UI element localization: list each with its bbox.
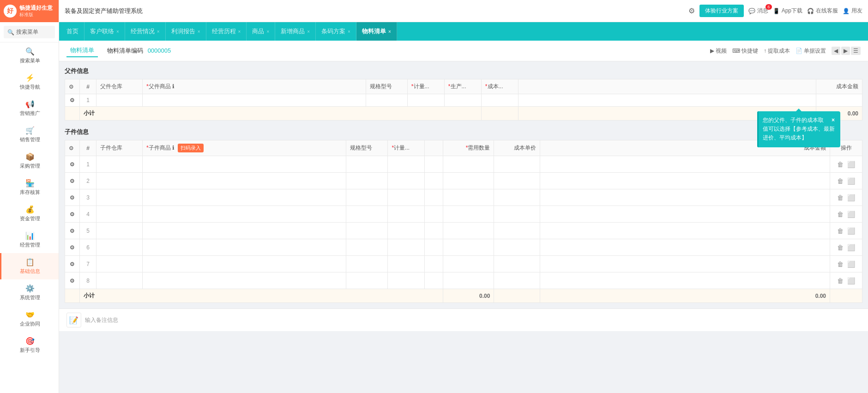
parent-row-1-spec[interactable]	[366, 94, 407, 107]
child-row-5-unit-cost[interactable]	[494, 223, 540, 239]
sidebar-item-purchase[interactable]: 📦采购管理	[0, 148, 59, 174]
parent-row-1-production[interactable]	[444, 94, 481, 107]
settings-icon[interactable]: ⚙	[688, 6, 695, 15]
prev-arrow[interactable]: ◀	[832, 47, 840, 55]
tab-profit[interactable]: 利润报告 ×	[166, 22, 206, 41]
child-row-8-unit[interactable]	[388, 272, 425, 289]
tab-close-operations[interactable]: ×	[157, 29, 160, 34]
sidebar-item-inventory[interactable]: 🏪库存核算	[0, 174, 59, 200]
child-row-7-copy-button[interactable]: ⬜	[846, 260, 856, 269]
child-row-7-qty[interactable]	[443, 256, 494, 272]
child-row-2-unit-cost[interactable]	[494, 173, 540, 189]
child-row-6-unit-cost[interactable]	[494, 239, 540, 256]
child-row-1-warehouse[interactable]	[96, 156, 143, 173]
child-row-6-warehouse[interactable]	[96, 239, 143, 256]
tab-new-product[interactable]: 新增商品 ×	[275, 22, 316, 41]
child-row-6-delete-button[interactable]: 🗑	[836, 243, 844, 252]
sidebar-item-system[interactable]: ⚙️系统管理	[0, 279, 59, 306]
scan-input-button[interactable]: 扫码录入	[178, 144, 204, 152]
child-row-3-qty[interactable]	[443, 189, 494, 206]
child-row-1-product[interactable]	[143, 156, 346, 173]
sidebar-item-search[interactable]: 🔍搜索菜单	[0, 42, 59, 69]
child-row-4-delete-button[interactable]: 🗑	[836, 210, 844, 219]
app-download-button[interactable]: 📱 App下载	[773, 7, 802, 15]
next-arrow[interactable]: ▶	[841, 47, 850, 55]
user-menu-button[interactable]: 👤 用友	[843, 7, 862, 15]
child-row-1-delete-button[interactable]: 🗑	[836, 160, 844, 169]
tab-home[interactable]: 首页	[61, 22, 84, 41]
single-settings-button[interactable]: 📄 单据设置	[796, 47, 826, 55]
parent-row-1-product[interactable]	[143, 94, 366, 107]
tab-close-profit[interactable]: ×	[198, 29, 200, 34]
child-row-2-unit[interactable]	[388, 173, 425, 189]
child-row-8-spec[interactable]	[346, 272, 388, 289]
tab-close-history[interactable]: ×	[238, 29, 241, 34]
child-row-8-delete-button[interactable]: 🗑	[836, 276, 844, 285]
child-row-7-spec[interactable]	[346, 256, 388, 272]
child-row-3-delete-button[interactable]: 🗑	[836, 193, 844, 202]
sidebar-item-marketing[interactable]: 📢营销推广	[0, 95, 59, 121]
tab-close-products[interactable]: ×	[266, 29, 269, 34]
tab-close-new-product[interactable]: ×	[307, 29, 310, 34]
search-menu-button[interactable]: 🔍 搜索菜单	[4, 26, 55, 38]
child-row-4-unit-cost[interactable]	[494, 206, 540, 223]
child-row-7-warehouse[interactable]	[96, 256, 143, 272]
view-button[interactable]: ▶ 视频	[710, 47, 727, 55]
child-row-1-unit[interactable]	[388, 156, 425, 173]
child-row-1-unit-cost[interactable]	[494, 156, 540, 173]
trial-button[interactable]: 体验行业方案	[699, 5, 744, 17]
child-row-3-unit-cost[interactable]	[494, 189, 540, 206]
child-row-4-warehouse[interactable]	[96, 206, 143, 223]
child-row-5-delete-button[interactable]: 🗑	[836, 226, 844, 236]
child-row-8-qty[interactable]	[443, 272, 494, 289]
parent-row-1-unit[interactable]	[407, 94, 444, 107]
tab-customers[interactable]: 客户联络 ×	[84, 22, 125, 41]
sidebar-item-cooperation[interactable]: 🤝企业协同	[0, 306, 59, 332]
child-row-7-product[interactable]	[143, 256, 346, 272]
child-row-7-unit[interactable]	[388, 256, 425, 272]
child-row-1-spec[interactable]	[346, 156, 388, 173]
parent-row-1-warehouse[interactable]	[96, 94, 143, 107]
child-row-1-copy-button[interactable]: ⬜	[846, 160, 856, 169]
child-row-3-unit[interactable]	[388, 189, 425, 206]
child-row-5-spec[interactable]	[346, 223, 388, 239]
child-row-7-unit-cost[interactable]	[494, 256, 540, 272]
child-row-5-product[interactable]	[143, 223, 346, 239]
child-row-8-copy-button[interactable]: ⬜	[846, 276, 856, 285]
child-row-2-copy-button[interactable]: ⬜	[846, 176, 856, 186]
sidebar-item-basic-info[interactable]: 📋基础信息	[0, 253, 59, 279]
child-row-3-product[interactable]	[143, 189, 346, 206]
tab-operations[interactable]: 经营情况 ×	[125, 22, 166, 41]
child-row-6-product[interactable]	[143, 239, 346, 256]
child-row-4-product[interactable]	[143, 206, 346, 223]
online-service-button[interactable]: 🎧 在线客服	[807, 7, 838, 15]
child-row-5-qty[interactable]	[443, 223, 494, 239]
child-row-4-unit[interactable]	[388, 206, 425, 223]
menu-lines[interactable]: ☰	[851, 47, 861, 55]
child-row-6-qty[interactable]	[443, 239, 494, 256]
child-row-4-qty[interactable]	[443, 206, 494, 223]
notes-icon[interactable]: 📝	[66, 313, 81, 327]
child-row-6-copy-button[interactable]: ⬜	[846, 243, 856, 252]
tab-close-barcode[interactable]: ×	[348, 29, 350, 34]
extract-cost-button[interactable]: ↑ 提取成本	[764, 47, 790, 55]
child-row-8-unit-cost[interactable]	[494, 272, 540, 289]
child-row-5-unit[interactable]	[388, 223, 425, 239]
sidebar-item-finance[interactable]: 💰资金管理	[0, 200, 59, 227]
child-row-2-delete-button[interactable]: 🗑	[836, 176, 844, 186]
parent-row-1-cost[interactable]	[481, 94, 518, 107]
tab-barcode[interactable]: 条码方案 ×	[316, 22, 356, 41]
child-row-5-warehouse[interactable]	[96, 223, 143, 239]
tab-bom-list[interactable]: 物料清单	[66, 44, 98, 57]
tooltip-close-button[interactable]: ×	[832, 116, 835, 125]
sidebar-item-operations[interactable]: 📊经营管理	[0, 227, 59, 253]
child-row-6-spec[interactable]	[346, 239, 388, 256]
tab-products[interactable]: 商品 ×	[247, 22, 275, 41]
child-row-2-spec[interactable]	[346, 173, 388, 189]
shortcut-button[interactable]: ⌨ 快捷键	[732, 47, 758, 55]
child-row-8-warehouse[interactable]	[96, 272, 143, 289]
sidebar-item-sales[interactable]: 🛒销售管理	[0, 121, 59, 148]
child-row-2-product[interactable]	[143, 173, 346, 189]
child-row-4-spec[interactable]	[346, 206, 388, 223]
tab-history[interactable]: 经营历程 ×	[206, 22, 247, 41]
